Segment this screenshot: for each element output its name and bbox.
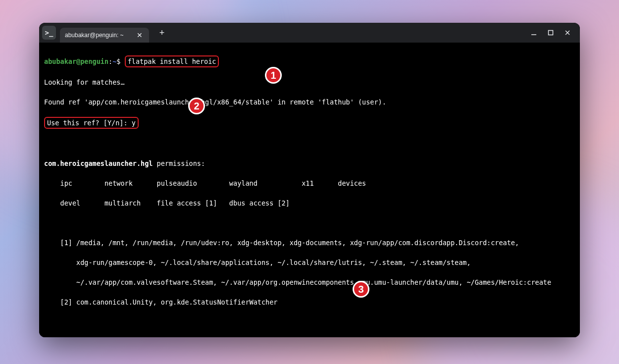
annotation-2: 2	[188, 98, 205, 114]
dbus-access-line: [2] com.canonical.Unity, org.kde.StatusN…	[44, 297, 575, 307]
close-window-button[interactable]	[559, 26, 576, 40]
svg-rect-1	[549, 31, 553, 35]
maximize-button[interactable]	[542, 26, 559, 40]
terminal-body[interactable]: abubakar@penguin:~$ flatpak install hero…	[39, 43, 580, 337]
new-tab-button[interactable]: +	[155, 26, 169, 40]
useref-text: Use this ref? [Y/n]: y	[47, 119, 136, 127]
prompt-host: penguin	[80, 57, 108, 65]
command-text: flatpak install heroic	[128, 57, 216, 65]
package-name: com.heroicgameslauncher.hgl	[44, 159, 153, 167]
file-access-line: [1] /media, /mnt, /run/media, /run/udev:…	[44, 238, 575, 248]
tab-terminal[interactable]: abubakar@penguin: ~ ✕	[60, 28, 149, 43]
minimize-button[interactable]	[525, 26, 542, 40]
titlebar: >_ abubakar@penguin: ~ ✕ +	[39, 23, 580, 43]
output-line: Looking for matches…	[44, 77, 575, 87]
prompt-icon: >_	[45, 29, 53, 37]
terminal-app-icon: >_	[42, 26, 56, 40]
highlight-command: flatpak install heroic	[125, 55, 219, 67]
file-access-line: xdg-run/gamescope-0, ~/.local/share/appl…	[44, 258, 575, 267]
prompt-user: abubakar	[44, 57, 76, 65]
permissions-row: devel multiarch file access [1] dbus acc…	[44, 198, 575, 208]
output-line: Found ref 'app/com.heroicgameslauncher.h…	[44, 97, 575, 107]
annotation-1: 1	[265, 67, 282, 84]
permissions-row: ipc network pulseaudio wayland x11 devic…	[44, 178, 575, 188]
file-access-line: ~/.var/app/com.valvesoftware.Steam, ~/.v…	[44, 277, 575, 287]
close-tab-icon[interactable]: ✕	[135, 31, 144, 40]
tab-title: abubakar@penguin: ~	[65, 32, 135, 39]
terminal-window: >_ abubakar@penguin: ~ ✕ + abubakar@peng…	[39, 23, 580, 337]
highlight-useref: Use this ref? [Y/n]: y	[44, 117, 139, 129]
annotation-3: 3	[353, 281, 369, 298]
